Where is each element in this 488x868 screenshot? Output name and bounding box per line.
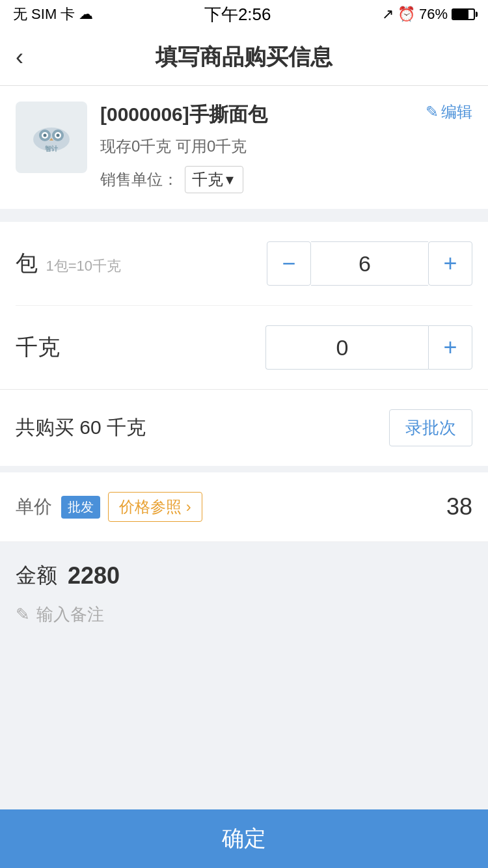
kg-label-group: 千克 [16,332,60,362]
unit-value: 千克 [192,169,223,190]
product-info: [0000006]手撕面包 现存0千克 可用0千克 销售单位： 千克 ▾ [100,102,472,193]
status-right: ↗ ⏰ 76% [382,6,475,23]
package-decrement-button[interactable]: − [267,241,311,286]
svg-text:智计: 智计 [44,145,59,152]
product-stock: 现存0千克 可用0千克 [100,136,472,157]
product-logo: 智计 [29,121,74,154]
total-row: 共购买 60 千克 录批次 [16,390,472,466]
price-label: 单价 [16,495,52,519]
amount-label: 金额 [16,562,57,590]
package-label-group: 包 1包=10千克 [16,249,121,278]
unit-select[interactable]: 千克 ▾ [185,166,243,193]
price-section: 单价 批发 价格参照 › 38 [0,472,488,542]
note-row[interactable]: ✎ 输入备注 [16,603,472,626]
total-label: 共购买 60 千克 [16,414,146,441]
kg-increment-button[interactable]: + [428,325,472,370]
status-bar: 无 SIM 卡 ☁ 下午2:56 ↗ ⏰ 76% [0,0,488,29]
pencil-icon: ✎ [16,604,30,625]
status-time: 下午2:56 [204,3,271,26]
sim-status: 无 SIM 卡 ☁ [13,5,93,24]
amount-section: 金额 2280 ✎ 输入备注 [0,542,488,672]
package-label: 包 [16,251,38,275]
page-title: 填写商品购买信息 [156,42,332,72]
svg-point-5 [44,134,47,137]
total-section: 共购买 60 千克 录批次 [0,390,488,472]
quantity-section: 包 1包=10千克 − + 千克 + [0,222,488,390]
dropdown-icon: ▾ [226,170,234,189]
product-unit-row: 销售单位： 千克 ▾ [100,166,472,193]
edit-label: 编辑 [441,102,472,122]
package-input[interactable] [311,241,428,286]
kg-input[interactable] [265,325,428,370]
battery-icon [452,8,475,20]
amount-value: 2280 [68,562,120,590]
price-type-badge: 批发 [61,496,100,519]
package-sublabel: 1包=10千克 [46,258,121,274]
edit-button[interactable]: ✎ 编辑 [426,102,472,122]
signal-icon: ↗ [382,6,394,23]
product-image: 智计 [16,102,87,173]
edit-icon: ✎ [426,103,439,121]
unit-label: 销售单位： [100,169,178,190]
svg-point-6 [57,134,60,137]
package-controls: − + [267,241,472,286]
battery-percent: 76% [419,6,448,23]
kg-controls: + [265,325,472,370]
kg-row: 千克 + [16,306,472,389]
price-reference-button[interactable]: 价格参照 › [108,492,202,522]
nav-bar: ‹ 填写商品购买信息 [0,29,488,86]
alarm-icon: ⏰ [398,6,415,23]
price-value: 38 [446,493,472,521]
kg-label: 千克 [16,334,60,359]
amount-row: 金额 2280 [16,562,472,590]
back-button[interactable]: ‹ [16,44,23,71]
note-label: 输入备注 [36,603,104,626]
batch-button[interactable]: 录批次 [389,409,472,446]
product-section: 智计 [0000006]手撕面包 现存0千克 可用0千克 销售单位： 千克 ▾ … [0,86,488,222]
status-left: 无 SIM 卡 ☁ [13,5,93,24]
confirm-button[interactable]: 确定 [0,809,488,868]
package-increment-button[interactable]: + [428,241,472,286]
product-name: [0000006]手撕面包 [100,102,472,128]
package-row: 包 1包=10千克 − + [16,222,472,306]
